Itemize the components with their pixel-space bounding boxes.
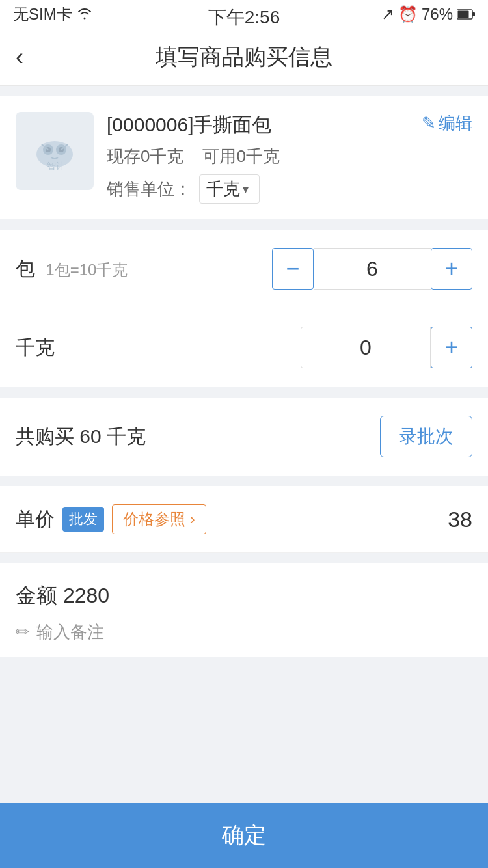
product-name: [0000006]手撕面包	[107, 112, 409, 139]
location-icon: ↗	[381, 5, 394, 23]
svg-rect-1	[472, 12, 475, 16]
amount-row: 金额 2280	[16, 582, 472, 610]
bao-hint: 1包=10千克	[46, 261, 128, 278]
kg-label: 千克	[16, 334, 301, 361]
product-card-right: ✎ 编辑	[422, 112, 472, 135]
total-row: 共购买 60 千克 录批次	[0, 398, 488, 476]
product-stock: 现存0千克 可用0千克	[107, 145, 409, 168]
amount-label: 金额	[16, 584, 57, 607]
page-title: 填写商品购买信息	[156, 42, 332, 72]
product-info: [0000006]手撕面包 现存0千克 可用0千克 销售单位： 千克 ▾	[107, 112, 409, 204]
status-right: ↗ ⏰ 76%	[381, 5, 475, 23]
wifi-icon	[77, 5, 92, 23]
kg-row: 千克 +	[0, 308, 488, 387]
chevron-down-icon: ▾	[243, 182, 249, 197]
bao-label: 包 1包=10千克	[16, 256, 272, 282]
quantity-section: 包 1包=10千克 − + 千克 +	[0, 230, 488, 387]
stock-label: 现存0千克	[107, 146, 183, 166]
battery-icon	[457, 5, 475, 23]
nav-bar: ‹ 填写商品购买信息	[0, 29, 488, 86]
amount-value: 2280	[63, 584, 109, 607]
carrier-label: 无SIM卡	[13, 4, 72, 25]
available-label: 可用0千克	[202, 146, 279, 166]
bao-input[interactable]	[314, 248, 431, 290]
edit-icon: ✎	[422, 113, 436, 133]
product-logo: 智计	[29, 131, 81, 170]
amount-section: 金额 2280 ✏ 输入备注	[0, 563, 488, 657]
bao-quantity-control: − +	[272, 248, 472, 290]
status-left: 无SIM卡	[13, 4, 92, 25]
bao-plus-button[interactable]: +	[431, 248, 472, 290]
pencil-icon: ✏	[16, 622, 30, 642]
bao-row: 包 1包=10千克 − +	[0, 230, 488, 308]
status-time: 下午2:56	[208, 5, 280, 30]
confirm-button[interactable]: 确定	[0, 803, 488, 868]
product-card: 智计 [0000006]手撕面包 现存0千克 可用0千克 销售单位： 千克 ▾ …	[0, 96, 488, 219]
note-row[interactable]: ✏ 输入备注	[16, 621, 472, 644]
batch-button[interactable]: 录批次	[380, 416, 472, 457]
bao-minus-button[interactable]: −	[272, 248, 314, 290]
price-value: 38	[448, 507, 472, 532]
unit-label: 销售单位：	[107, 178, 191, 200]
unit-dropdown[interactable]: 千克 ▾	[199, 174, 260, 204]
note-placeholder: 输入备注	[36, 621, 104, 644]
price-label: 单价	[16, 506, 55, 533]
total-text: 共购买 60 千克	[16, 424, 146, 450]
price-tag: 批发	[62, 507, 104, 532]
product-image: 智计	[16, 112, 94, 190]
product-unit-row: 销售单位： 千克 ▾	[107, 174, 409, 204]
back-button[interactable]: ‹	[16, 44, 23, 71]
kg-input[interactable]	[301, 327, 431, 368]
kg-plus-button[interactable]: +	[431, 327, 472, 368]
svg-rect-2	[458, 11, 469, 18]
alarm-icon: ⏰	[398, 5, 418, 23]
price-ref-button[interactable]: 价格参照 ›	[112, 504, 206, 534]
svg-text:智计: 智计	[47, 161, 65, 170]
price-row: 单价 批发 价格参照 › 38	[0, 486, 488, 553]
kg-quantity-control: +	[301, 327, 472, 368]
price-section: 单价 批发 价格参照 › 38	[0, 486, 488, 553]
status-bar: 无SIM卡 下午2:56 ↗ ⏰ 76%	[0, 0, 488, 29]
edit-button[interactable]: ✎ 编辑	[422, 112, 472, 135]
battery-label: 76%	[422, 5, 453, 23]
unit-value: 千克	[206, 178, 240, 200]
